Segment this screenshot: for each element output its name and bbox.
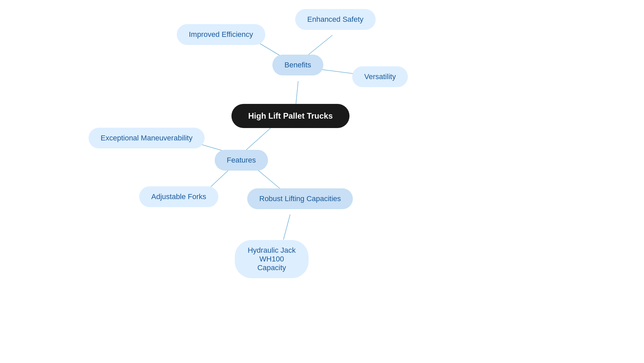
improved-efficiency-node: Improved Efficiency <box>177 24 265 45</box>
svg-line-4 <box>245 124 275 151</box>
versatility-node: Versatility <box>352 66 408 87</box>
svg-line-7 <box>255 168 280 189</box>
mind-map-connections <box>0 0 644 363</box>
exceptional-maneuverability-node: Exceptional Maneuverability <box>89 128 205 148</box>
hydraulic-jack-node: Hydraulic Jack WH100 Capacity <box>235 240 309 278</box>
benefits-node: Benefits <box>272 55 323 75</box>
features-node: Features <box>215 150 268 171</box>
robust-lifting-node: Robust Lifting Capacities <box>247 188 353 209</box>
center-node: High Lift Pallet Trucks <box>231 104 350 128</box>
adjustable-forks-node: Adjustable Forks <box>139 186 218 207</box>
enhanced-safety-node: Enhanced Safety <box>295 9 376 30</box>
svg-line-8 <box>283 215 290 240</box>
